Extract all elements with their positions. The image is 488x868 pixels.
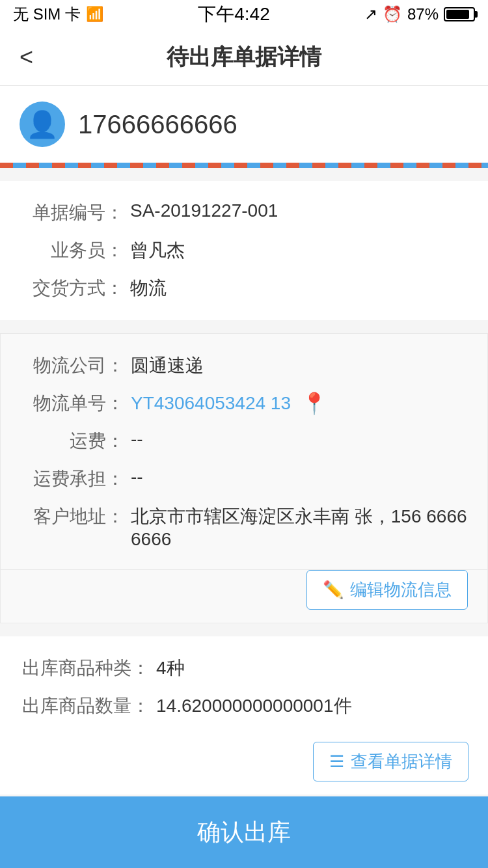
goods-section: 出库商品种类： 4种 出库商品数量： 14.620000000000001件 [0,636,488,731]
goods-quantity-value: 14.620000000000001件 [156,694,468,718]
goods-quantity-row: 出库商品数量： 14.620000000000001件 [20,694,468,718]
back-button[interactable]: < [20,44,33,71]
logistics-company-row: 物流公司： 圆通速递 [20,353,468,378]
avatar: 👤 [20,102,65,147]
detail-btn-row: ☰ 查看单据详情 [0,731,488,794]
delivery-row: 交货方式： 物流 [20,276,468,301]
battery-fill [446,10,469,19]
view-detail-button[interactable]: ☰ 查看单据详情 [313,742,468,781]
confirm-btn-text: 确认出库 [197,817,291,848]
location-pin-icon[interactable]: 📍 [301,391,327,416]
freight-bearer-row: 运费承担： -- [20,467,468,491]
page-title: 待出库单据详情 [167,42,321,72]
wifi-icon: 📶 [86,6,103,23]
goods-quantity-label: 出库商品数量： [20,694,150,718]
customer-phone: 17666666666 [78,110,237,139]
delivery-label: 交货方式： [20,276,124,301]
order-no-label: 单据编号： [20,200,124,225]
logistics-company-label: 物流公司： [20,353,124,378]
dashed-separator [0,163,488,168]
battery-bar [444,7,475,21]
alarm-icon: ⏰ [383,5,402,23]
edit-icon: ✏️ [323,580,344,600]
freight-label: 运费： [20,429,124,454]
tracking-value: YT43064053424 13 [131,393,291,414]
detail-btn-label: 查看单据详情 [351,750,452,773]
carrier-text: 无 SIM 卡 [13,4,81,25]
order-info-section: 单据编号： SA-20191227-001 业务员： 曾凡杰 交货方式： 物流 [0,181,488,320]
time-display: 下午4:42 [198,2,270,27]
freight-bearer-value: -- [131,467,468,487]
battery-percent: 87% [407,5,439,23]
status-right: ↗ ⏰ 87% [364,5,475,23]
section-gap-1 [0,168,488,181]
logistics-company-value: 圆通速递 [131,353,468,378]
freight-bearer-label: 运费承担： [20,467,124,491]
location-icon: ↗ [364,5,377,23]
avatar-icon: 👤 [26,109,59,140]
section-gap-2 [0,320,488,333]
address-label: 客户地址： [20,504,124,529]
freight-row: 运费： -- [20,429,468,454]
detail-icon: ☰ [329,752,344,772]
confirm-button[interactable]: 确认出库 [0,796,488,868]
salesman-label: 业务员： [20,238,124,263]
section-gap-3 [0,623,488,636]
salesman-row: 业务员： 曾凡杰 [20,238,468,263]
status-bar: 无 SIM 卡 📶 下午4:42 ↗ ⏰ 87% [0,0,488,29]
edit-btn-row: ✏️ 编辑物流信息 [0,570,488,623]
status-left: 无 SIM 卡 📶 [13,4,103,25]
freight-value: -- [131,429,468,450]
tracking-label: 物流单号： [20,391,124,416]
goods-types-label: 出库商品种类： [20,656,150,681]
edit-logistics-button[interactable]: ✏️ 编辑物流信息 [306,570,468,610]
delivery-value: 物流 [130,276,468,301]
salesman-value: 曾凡杰 [130,238,468,263]
goods-types-row: 出库商品种类： 4种 [20,656,468,681]
logistics-section: 物流公司： 圆通速递 物流单号： YT43064053424 13 📍 运费： … [0,333,488,570]
goods-types-value: 4种 [156,656,468,681]
tracking-value-row: YT43064053424 13 📍 [131,391,468,416]
address-row: 客户地址： 北京市市辖区海淀区永丰南 张，156 6666 6666 [20,504,468,550]
tracking-row: 物流单号： YT43064053424 13 📍 [20,391,468,416]
nav-bar: < 待出库单据详情 [0,29,488,86]
address-value: 北京市市辖区海淀区永丰南 张，156 6666 6666 [131,504,468,550]
order-no-row: 单据编号： SA-20191227-001 [20,200,468,225]
edit-btn-label: 编辑物流信息 [350,578,452,601]
customer-header: 👤 17666666666 [0,86,488,163]
order-no-value: SA-20191227-001 [130,200,468,221]
